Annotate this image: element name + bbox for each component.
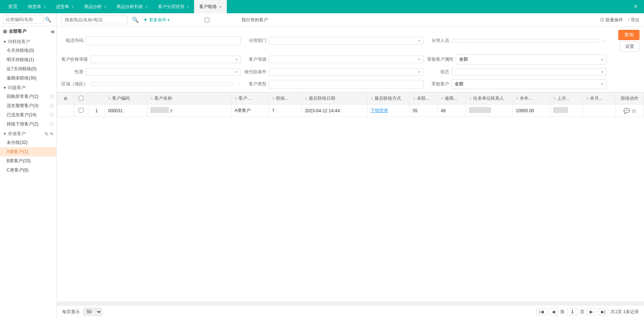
nav-tab-analysis-list[interactable]: 商品分析列表 × [111, 0, 153, 13]
chevron-down-icon: ▾ [601, 82, 603, 86]
collapse-icon[interactable]: ◀ [50, 29, 54, 34]
region-select[interactable] [90, 82, 233, 86]
chevron-down-icon: ▾ [418, 70, 420, 74]
chevron-down-icon: ▾ [236, 57, 237, 61]
batch-operation-button[interactable]: ☑ 批量操作 [600, 17, 623, 23]
col-sort-icon[interactable]: ⇅ [469, 97, 472, 100]
phone-input[interactable] [86, 36, 241, 45]
sidebar-search-area: 🔍 [0, 13, 57, 26]
nav-home[interactable]: 首页 [3, 0, 23, 13]
col-sort-icon[interactable]: ⇅ [305, 97, 308, 100]
td-checkbox[interactable] [74, 105, 88, 117]
nav-tab-sales[interactable]: 销货单 × [23, 0, 51, 13]
select-all-checkbox[interactable] [79, 96, 83, 100]
td-class: A类客户 [232, 105, 269, 117]
filter-cell-customer-level: 客户等级 ▾ [244, 56, 427, 63]
sidebar-item-7days[interactable]: 近7天待联络(0) [0, 64, 57, 74]
export-button[interactable]: ↑ 导出 [627, 17, 640, 23]
more-filter-button[interactable]: ▼ 更多条件 ▾ [143, 17, 169, 23]
col-sort-icon[interactable]: ⇅ [108, 97, 111, 100]
col-sort-icon[interactable]: ⇅ [553, 97, 556, 100]
sidebar-item-class-c[interactable]: C类客户(6) [0, 166, 57, 175]
th-checkbox[interactable] [74, 93, 88, 105]
method-link[interactable]: 下销货单 [371, 108, 388, 113]
search-input[interactable] [61, 15, 128, 24]
person-select[interactable] [451, 39, 599, 43]
sidebar-search-icon[interactable]: 🔍 [45, 17, 51, 22]
window-close-icon[interactable]: × [630, 3, 641, 10]
first-page-button[interactable]: |◀ [536, 308, 547, 315]
nav-tab-analysis[interactable]: 商品分析 × [79, 0, 111, 13]
sidebar-item-rebuy-abnormal[interactable]: 回购异常客户(2) ⓘ [0, 92, 57, 101]
filter-cell-nature: 性质 ▾ [61, 68, 244, 76]
col-sort-icon[interactable]: ⇅ [413, 97, 416, 100]
filter-label-customer-type: 客户类型 [244, 81, 266, 87]
payment-select[interactable]: ▾ [269, 68, 424, 76]
close-icon[interactable]: × [145, 4, 147, 9]
filter-actions: 查询 设置 [610, 30, 640, 52]
nav-tab-purchase[interactable]: 进货单 × [51, 0, 79, 13]
horizontal-scrollbar[interactable] [57, 301, 644, 305]
sidebar-item-declining[interactable]: 持续下滑客户(2) ⓘ [0, 120, 57, 129]
th-code: ⇅ 客户编码 [105, 93, 147, 105]
info-icon: ⓘ [50, 121, 54, 127]
col-sort-icon[interactable]: ⇅ [235, 97, 237, 100]
col-sort-icon[interactable]: ⇅ [371, 97, 373, 100]
col-sort-icon[interactable]: ⇅ [516, 97, 519, 100]
sidebar-item-class-b[interactable]: B类客户(33) [0, 156, 57, 166]
sidebar-item-unclassified[interactable]: 未分组(32) [0, 138, 57, 147]
filter-row-3: 性质 ▾ 收付款条件 ▾ 状态 [61, 67, 640, 76]
nav-tab-customer-contact[interactable]: 客户联络 × [194, 0, 226, 13]
retail-attr-select[interactable]: 全部 ▾ [456, 54, 607, 64]
search-button[interactable]: 🔍 [132, 17, 139, 23]
sidebar-item-today[interactable]: 今天待联络(0) [0, 46, 57, 55]
close-icon[interactable]: × [71, 4, 74, 9]
nature-select[interactable]: ▾ [86, 68, 241, 76]
sidebar-item-overdue[interactable]: 逾期未联络(30) [0, 74, 57, 83]
dots-icon[interactable]: ··· [237, 82, 241, 87]
sidebar-search-input[interactable] [3, 15, 43, 24]
sidebar-item-class-a[interactable]: A类客户(1) [0, 147, 57, 156]
price-level-select[interactable]: ▾ [90, 56, 241, 63]
my-customers-check[interactable] [174, 18, 240, 22]
my-customers-checkbox[interactable]: 我分管的客户 [174, 17, 268, 23]
close-icon[interactable]: × [104, 4, 106, 9]
edit-icon[interactable]: ✎ [50, 131, 54, 137]
page-size-select[interactable]: 50 100 200 [83, 308, 102, 316]
refresh-icon[interactable]: ↻ [45, 131, 49, 137]
col-sort-icon[interactable]: ⇅ [272, 97, 275, 100]
prev-page-button[interactable]: ◀ [549, 308, 558, 315]
sidebar-item-tomorrow[interactable]: 明天待联络(1) [0, 55, 57, 64]
settings-icon[interactable]: ⚙ [64, 96, 68, 101]
col-sort-icon[interactable]: ⇅ [441, 97, 444, 100]
col-sort-icon[interactable]: ⇅ [150, 97, 153, 100]
status-select[interactable]: ▾ [451, 68, 607, 76]
settings-button[interactable]: 设置 [620, 42, 640, 52]
dept-select[interactable]: ▾ [269, 37, 424, 45]
connect-icon[interactable]: ⊞ [632, 108, 636, 114]
col-sort-icon[interactable]: ⇅ [586, 97, 589, 100]
filter-label-dept: 分管部门 [244, 38, 266, 44]
retail-customer-select[interactable]: 全部 ▾ [451, 79, 607, 89]
customer-level-select[interactable]: ▾ [269, 56, 424, 63]
sidebar-item-churned[interactable]: 已流失客户(24) ⓘ [0, 110, 57, 120]
last-page-button[interactable]: ▶| [598, 308, 608, 315]
td-method[interactable]: 下销货单 [367, 105, 409, 117]
sidebar-all-customers-header[interactable]: ⊞ 全部客户 ◀ [0, 26, 57, 37]
close-icon[interactable]: × [219, 4, 221, 9]
message-icon[interactable]: 💬 [623, 108, 630, 114]
next-page-button[interactable]: ▶ [587, 308, 596, 315]
customer-type-input[interactable] [269, 80, 424, 89]
nav-tab-customer-ops[interactable]: 客户分层经营 × [153, 0, 194, 13]
sidebar-item-churn-warning[interactable]: 流失预警客户(3) ⓘ [0, 101, 57, 110]
th-settings[interactable]: ⚙ [57, 93, 74, 105]
dots-icon[interactable]: ··· [603, 38, 607, 43]
right-actions: ☑ 批量操作 ↑ 导出 [600, 17, 640, 23]
query-button[interactable]: 查询 [618, 30, 640, 40]
row-checkbox[interactable] [79, 108, 83, 113]
close-icon[interactable]: × [187, 4, 189, 9]
close-icon[interactable]: × [43, 4, 46, 9]
td-contact: 7 [269, 105, 302, 117]
th-lastmonth: ⇅ 上月... [550, 93, 583, 105]
page-number-input[interactable] [567, 308, 578, 315]
